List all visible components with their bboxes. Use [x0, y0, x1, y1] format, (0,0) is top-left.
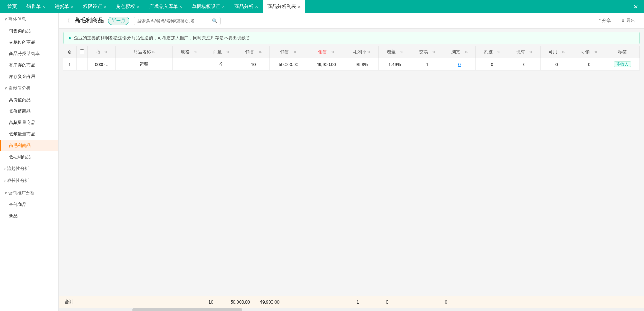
sidebar-item-low-freq[interactable]: 低频量量商品: [0, 129, 58, 140]
sort-icon[interactable]: ⇅: [465, 50, 468, 54]
select-all-checkbox[interactable]: [80, 49, 84, 54]
tab-purchase[interactable]: 进货单 ✕: [50, 0, 78, 13]
tab-analysis-list[interactable]: 商品分析列表 ✕: [263, 0, 305, 13]
sort-icon[interactable]: ⇅: [562, 50, 565, 54]
row-select-checkbox[interactable]: [80, 62, 84, 66]
col-available: 可用... ⇅: [540, 46, 573, 58]
filter-recent-month-button[interactable]: 近一月: [108, 17, 129, 25]
tab-permission[interactable]: 权限设置 ✕: [79, 0, 111, 13]
total-current: 0: [431, 300, 461, 305]
sort-icon[interactable]: ⇅: [152, 50, 155, 54]
col-sales-amount: 销售... ⇅: [270, 46, 307, 58]
close-tab-analysis[interactable]: ✕: [255, 5, 258, 9]
sort-icon[interactable]: ⇅: [529, 50, 532, 54]
sort-icon[interactable]: ⇅: [194, 50, 197, 54]
sort-icon[interactable]: ⇅: [400, 50, 403, 54]
sort-icon[interactable]: ⇅: [367, 50, 370, 54]
sidebar-group-financial[interactable]: ∨ 贡献值分析: [0, 82, 58, 94]
sidebar-item-low-value[interactable]: 低价值商品: [0, 106, 58, 117]
col-sales-qty: 销售... ⇅: [237, 46, 270, 58]
search-input[interactable]: [137, 18, 211, 23]
sort-icon[interactable]: ⇅: [104, 50, 107, 54]
sidebar-item-new-goods[interactable]: 新品: [0, 210, 58, 222]
sidebar-item-inventory-ratio[interactable]: 库存资金占用: [0, 71, 58, 82]
tab-template[interactable]: 单据模板设置 ✕: [187, 0, 229, 13]
collapse-sidebar-button[interactable]: 《: [65, 18, 70, 24]
col-sellable: 可销... ⇅: [573, 46, 605, 58]
col-tag: 标签: [605, 46, 640, 58]
col-sales-cost: 销售... ⇅: [307, 46, 345, 58]
col-unit: 计量... ⇅: [205, 46, 237, 58]
search-box: 🔍: [134, 17, 221, 25]
col-browse1: 浏览... ⇅: [443, 46, 476, 58]
page-title: 高毛利商品: [74, 17, 104, 25]
sidebar-item-low-margin[interactable]: 低毛利商品: [0, 151, 58, 163]
tab-product-entry[interactable]: 产成品入库单 ✕: [145, 0, 187, 13]
sidebar-item-high-margin[interactable]: 高毛利商品: [0, 140, 58, 151]
tab-home[interactable]: 首页: [3, 0, 21, 13]
sort-icon[interactable]: ⇅: [294, 50, 296, 54]
cell-sales-qty: 10: [237, 58, 270, 71]
sidebar-item-high-value[interactable]: 高价值商品: [0, 94, 58, 106]
total-sales-amount: 50,000.00: [226, 300, 255, 305]
close-tab-product-entry[interactable]: ✕: [179, 5, 182, 9]
search-icon[interactable]: 🔍: [212, 18, 217, 23]
total-label: 合计:: [65, 299, 87, 305]
col-current: 现有... ⇅: [508, 46, 540, 58]
sort-icon[interactable]: ⇅: [594, 50, 597, 54]
chevron-down-icon: ∨: [4, 191, 7, 195]
sidebar-item-traded-goods[interactable]: 交易过的商品: [0, 37, 58, 48]
footer-total: 合计: 10 50,000.00 49,900.00 1 0: [59, 296, 644, 308]
cell-unit: 个: [205, 58, 237, 71]
sidebar-item-sales-goods[interactable]: 销售类商品: [0, 25, 58, 37]
close-window-button[interactable]: ✕: [630, 3, 641, 10]
horizontal-scrollbar[interactable]: [59, 308, 644, 311]
close-tab-role[interactable]: ✕: [137, 5, 140, 9]
row-checkbox: [76, 58, 87, 71]
sort-icon[interactable]: ⇅: [497, 50, 500, 54]
col-settings: ⚙: [63, 46, 76, 58]
sidebar-item-category-assist[interactable]: 商品分类助销率: [0, 48, 58, 59]
tab-analysis[interactable]: 商品分析 ✕: [230, 0, 262, 13]
cell-browse1[interactable]: 0: [443, 58, 476, 71]
chevron-down-icon: ∨: [4, 17, 7, 21]
settings-icon[interactable]: ⚙: [68, 50, 72, 55]
total-values: 10 50,000.00 49,900.00 1 0 0: [90, 300, 638, 305]
scrollbar-thumb[interactable]: [132, 308, 242, 311]
col-spec: 规格... ⇅: [172, 46, 205, 58]
tab-role[interactable]: 角色授权 ✕: [112, 0, 144, 13]
cell-current: 0: [508, 58, 540, 71]
cell-margin-rate: 99.8%: [345, 58, 378, 71]
total-sales-qty: 10: [196, 300, 226, 305]
sort-icon[interactable]: ⇅: [226, 50, 229, 54]
close-tab-permission[interactable]: ✕: [104, 5, 107, 9]
main-layout: ∨ 整体信息 销售类商品 交易过的商品 商品分类助销率 有库存的商品 库存资金占…: [0, 13, 644, 311]
chevron-right-icon: ›: [4, 179, 6, 183]
total-trade: 1: [343, 300, 373, 305]
cell-code: 0000...: [87, 58, 116, 71]
sort-icon[interactable]: ⇅: [331, 50, 334, 54]
tab-sales[interactable]: 销售单 ✕: [22, 0, 50, 13]
sidebar-group-marketing[interactable]: ∨ 营销推广分析: [0, 187, 58, 199]
sidebar-group-trend[interactable]: › 流趋性分析: [0, 163, 58, 175]
sort-icon[interactable]: ⇅: [432, 50, 435, 54]
close-tab-template[interactable]: ✕: [222, 5, 225, 9]
share-button[interactable]: ⤴ 分享: [596, 16, 614, 25]
cell-name: 运费: [116, 58, 173, 71]
close-tab-analysis-list[interactable]: ✕: [298, 5, 301, 9]
export-button[interactable]: ⬇ 导出: [618, 16, 638, 25]
sidebar-group-growth[interactable]: › 成长性分析: [0, 175, 58, 187]
close-tab-sales[interactable]: ✕: [42, 5, 45, 9]
sidebar-group-overall[interactable]: ∨ 整体信息: [0, 13, 58, 25]
chevron-right-icon: ›: [4, 167, 6, 171]
sidebar-item-inventory-goods[interactable]: 有库存的商品: [0, 59, 58, 71]
col-margin-rate: 毛利率 ⇅: [345, 46, 378, 58]
sidebar-item-high-freq[interactable]: 高频量量商品: [0, 117, 58, 129]
close-tab-purchase[interactable]: ✕: [71, 5, 73, 9]
sort-icon[interactable]: ⇅: [259, 50, 262, 54]
table-container: ⚙ 商... ⇅ 商品名称: [59, 46, 644, 296]
info-banner: ✦ 企业的主要的利润都是这部分商品创造的，可考虑加大推广，同时关注库存是不要出现…: [63, 32, 640, 44]
cell-trade: 1: [411, 58, 443, 71]
col-code: 商... ⇅: [87, 46, 116, 58]
sidebar-item-all-goods[interactable]: 全部商品: [0, 199, 58, 210]
